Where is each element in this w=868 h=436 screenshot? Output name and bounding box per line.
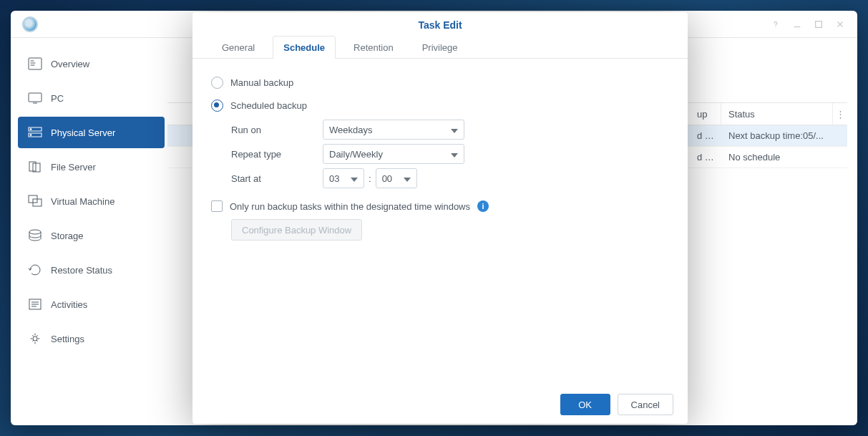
sidebar-item-label: Virtual Machine [51,196,114,207]
svg-point-5 [30,129,31,130]
modal-footer: OK Cancel [192,385,688,424]
modal-title: Task Edit [192,12,688,35]
server-icon [28,126,42,139]
overview-icon [28,57,42,70]
tab-schedule[interactable]: Schedule [273,36,336,59]
svg-rect-1 [29,58,42,69]
tab-general[interactable]: General [211,36,265,59]
col-header-status[interactable]: Status [721,103,833,125]
restore-icon [28,263,42,276]
task-edit-modal: Task Edit General Schedule Retention Pri… [192,12,688,424]
chevron-down-icon [451,125,458,135]
radio-label: Manual backup [230,77,293,88]
svg-rect-2 [29,93,42,102]
sidebar-item-label: Storage [51,231,84,241]
vm-icon [28,195,42,208]
svg-point-6 [30,135,31,136]
sidebar-item-physical-server[interactable]: Physical Server [18,117,165,148]
cell-up: d up ... [690,130,721,141]
cell-status: Next backup time:05/... [721,130,833,141]
chevron-down-icon [404,173,411,184]
sidebar: Overview PC Physical Server File Server … [11,38,172,425]
radio-label: Scheduled backup [230,100,307,111]
sidebar-item-file-server[interactable]: File Server [18,151,165,183]
sidebar-item-label: Overview [51,59,89,69]
tab-retention[interactable]: Retention [343,36,404,59]
sidebar-item-label: File Server [51,162,96,173]
sidebar-item-label: Physical Server [51,127,115,138]
info-icon[interactable]: i [477,200,489,212]
sidebar-item-activities[interactable]: Activities [18,289,165,320]
sidebar-item-restore-status[interactable]: Restore Status [18,254,165,286]
svg-point-11 [29,230,41,234]
ok-button[interactable]: OK [560,394,610,415]
col-header-up[interactable]: up [690,103,721,125]
radio-scheduled-backup[interactable] [211,100,223,112]
checkbox-only-window[interactable] [211,200,223,212]
select-repeat-type[interactable]: Daily/Weekly [323,144,464,164]
checkbox-label: Only run backup tasks within the designa… [230,201,470,212]
label-run-on: Run on [231,125,323,135]
gear-icon [28,332,42,345]
tab-privilege[interactable]: Privilege [411,36,469,59]
svg-rect-0 [816,21,822,27]
maximize-icon[interactable] [810,16,827,33]
sidebar-item-label: Settings [51,334,84,344]
help-icon[interactable] [767,16,784,33]
sidebar-item-label: Restore Status [51,265,112,276]
sidebar-item-label: PC [51,93,64,104]
modal-tabbar: General Schedule Retention Privilege [192,35,688,59]
window-controls [767,16,853,33]
select-start-minute[interactable]: 00 [376,168,417,188]
app-logo-icon [22,16,38,32]
sidebar-item-overview[interactable]: Overview [18,48,165,79]
time-separator: : [364,173,376,184]
sidebar-item-pc[interactable]: PC [18,82,165,114]
minimize-icon[interactable] [789,16,806,33]
col-header-menu[interactable]: ⋮ [833,103,847,125]
sidebar-item-settings[interactable]: Settings [18,323,165,354]
cancel-button[interactable]: Cancel [618,394,673,415]
label-repeat-type: Repeat type [231,149,323,160]
configure-backup-window-button: Configure Backup Window [231,219,362,241]
sidebar-item-label: Activities [51,299,87,310]
svg-rect-8 [33,163,40,172]
activities-icon [28,298,42,311]
close-icon[interactable] [832,16,849,33]
sidebar-item-storage[interactable]: Storage [18,220,165,251]
file-server-icon [28,160,42,173]
select-start-hour[interactable]: 03 [323,168,364,188]
cell-up: d up ... [690,152,721,163]
chevron-down-icon [351,173,358,184]
radio-manual-backup[interactable] [211,77,223,89]
storage-icon [28,229,42,242]
label-start-at: Start at [231,173,323,184]
select-run-on[interactable]: Weekdays [323,120,464,140]
sidebar-item-virtual-machine[interactable]: Virtual Machine [18,185,165,217]
chevron-down-icon [451,149,458,160]
modal-body: Manual backup Scheduled backup Run on We… [192,59,688,385]
pc-icon [28,92,42,105]
cell-status: No schedule [721,152,833,163]
